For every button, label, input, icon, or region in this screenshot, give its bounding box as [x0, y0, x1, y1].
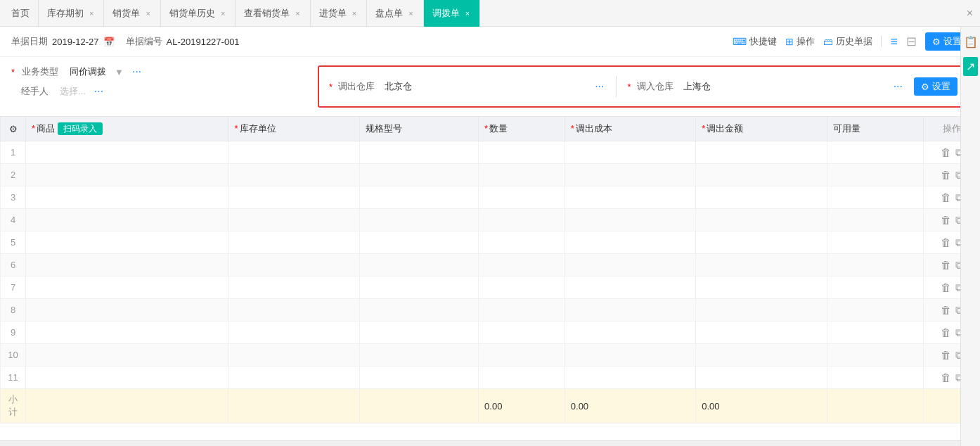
- row-7-amount[interactable]: [696, 276, 827, 299]
- row-8-available[interactable]: [827, 299, 923, 321]
- row-1-qty[interactable]: [479, 141, 565, 164]
- window-close-btn[interactable]: ×: [967, 7, 973, 20]
- row-9-spec[interactable]: [359, 321, 478, 344]
- row-7-available[interactable]: [827, 276, 923, 299]
- row-4-available[interactable]: [827, 209, 923, 231]
- row-8-amount[interactable]: [696, 299, 827, 321]
- delete-icon-9[interactable]: 🗑: [941, 326, 951, 338]
- row-4-unit[interactable]: [228, 209, 359, 231]
- operations-btn[interactable]: ⊞ 操作: [785, 35, 815, 48]
- row-9-qty[interactable]: [479, 321, 565, 344]
- row-6-unit[interactable]: [228, 254, 359, 276]
- row-7-qty[interactable]: [479, 276, 565, 299]
- col-gear[interactable]: ⚙: [1, 117, 26, 141]
- tab-sales-history-close[interactable]: ×: [219, 8, 226, 18]
- row-3-amount[interactable]: [696, 186, 827, 209]
- row-3-qty[interactable]: [479, 186, 565, 209]
- row-9-product[interactable]: [26, 321, 228, 344]
- row-9-amount[interactable]: [696, 321, 827, 344]
- delete-icon-11[interactable]: 🗑: [941, 371, 951, 383]
- row-10-product[interactable]: [26, 344, 228, 367]
- row-9-available[interactable]: [827, 321, 923, 344]
- handler-placeholder[interactable]: 选择...: [60, 85, 86, 98]
- layout-icon-grid[interactable]: ⊟: [906, 34, 917, 49]
- handler-more-icon[interactable]: ···: [94, 85, 103, 98]
- row-10-amount[interactable]: [696, 344, 827, 367]
- delete-icon-4[interactable]: 🗑: [941, 214, 951, 226]
- row-5-amount[interactable]: [696, 231, 827, 254]
- row-11-cost[interactable]: [565, 367, 695, 389]
- column-settings-icon[interactable]: ⚙: [9, 124, 18, 134]
- row-5-available[interactable]: [827, 231, 923, 254]
- row-10-available[interactable]: [827, 344, 923, 367]
- row-2-cost[interactable]: [565, 164, 695, 186]
- row-9-unit[interactable]: [228, 321, 359, 344]
- delete-icon-7[interactable]: 🗑: [941, 281, 951, 293]
- tab-inventory-check-close[interactable]: ×: [407, 8, 414, 18]
- row-5-product[interactable]: [26, 231, 228, 254]
- row-1-unit[interactable]: [228, 141, 359, 164]
- tab-sales-order[interactable]: 销货单 ×: [104, 0, 160, 27]
- row-5-spec[interactable]: [359, 231, 478, 254]
- shortcut-btn[interactable]: ⌨ 快捷键: [733, 35, 777, 48]
- tab-sales-history[interactable]: 销货单历史 ×: [161, 0, 236, 27]
- row-6-spec[interactable]: [359, 254, 478, 276]
- row-7-product[interactable]: [26, 276, 228, 299]
- tab-inventory-init[interactable]: 库存期初 ×: [39, 0, 104, 27]
- tab-home[interactable]: 首页: [3, 0, 39, 27]
- row-2-product[interactable]: [26, 164, 228, 186]
- business-type-value[interactable]: 同价调拨: [70, 65, 106, 78]
- delete-icon-6[interactable]: 🗑: [941, 259, 951, 271]
- row-10-unit[interactable]: [228, 344, 359, 367]
- row-2-spec[interactable]: [359, 164, 478, 186]
- row-7-unit[interactable]: [228, 276, 359, 299]
- business-type-more-icon[interactable]: ···: [132, 65, 141, 78]
- warehouse-out-value[interactable]: 北京仓: [385, 80, 412, 93]
- row-2-unit[interactable]: [228, 164, 359, 186]
- row-11-spec[interactable]: [359, 367, 478, 389]
- row-8-qty[interactable]: [479, 299, 565, 321]
- row-1-spec[interactable]: [359, 141, 478, 164]
- row-2-amount[interactable]: [696, 164, 827, 186]
- row-4-cost[interactable]: [565, 209, 695, 231]
- settings-panel-btn[interactable]: ⚙ 设置: [914, 77, 958, 96]
- delete-icon-10[interactable]: 🗑: [941, 349, 951, 361]
- row-5-qty[interactable]: [479, 231, 565, 254]
- row-11-unit[interactable]: [228, 367, 359, 389]
- tab-purchase-order[interactable]: 进货单 ×: [311, 0, 367, 27]
- row-8-cost[interactable]: [565, 299, 695, 321]
- row-9-cost[interactable]: [565, 321, 695, 344]
- row-4-qty[interactable]: [479, 209, 565, 231]
- calendar-icon[interactable]: 📅: [103, 37, 115, 47]
- scan-entry-btn[interactable]: 扫码录入: [58, 122, 103, 135]
- row-4-product[interactable]: [26, 209, 228, 231]
- tab-transfer-order[interactable]: 调拨单 ×: [424, 0, 480, 27]
- row-1-amount[interactable]: [696, 141, 827, 164]
- delete-icon-2[interactable]: 🗑: [941, 169, 951, 181]
- row-3-available[interactable]: [827, 186, 923, 209]
- row-10-qty[interactable]: [479, 344, 565, 367]
- row-8-unit[interactable]: [228, 299, 359, 321]
- row-4-spec[interactable]: [359, 209, 478, 231]
- tab-sales-order-close[interactable]: ×: [144, 8, 151, 18]
- row-11-product[interactable]: [26, 367, 228, 389]
- row-10-cost[interactable]: [565, 344, 695, 367]
- row-4-amount[interactable]: [696, 209, 827, 231]
- row-1-product[interactable]: [26, 141, 228, 164]
- row-10-spec[interactable]: [359, 344, 478, 367]
- row-5-cost[interactable]: [565, 231, 695, 254]
- sidebar-expand-icon[interactable]: ↗: [963, 57, 978, 76]
- row-6-product[interactable]: [26, 254, 228, 276]
- row-6-available[interactable]: [827, 254, 923, 276]
- horizontal-scrollbar[interactable]: [0, 440, 980, 446]
- row-6-qty[interactable]: [479, 254, 565, 276]
- row-11-amount[interactable]: [696, 367, 827, 389]
- delete-icon-1[interactable]: 🗑: [941, 146, 951, 158]
- row-3-cost[interactable]: [565, 186, 695, 209]
- tab-view-sales-close[interactable]: ×: [294, 8, 301, 18]
- row-1-cost[interactable]: [565, 141, 695, 164]
- row-8-product[interactable]: [26, 299, 228, 321]
- tab-inventory-init-close[interactable]: ×: [88, 8, 95, 18]
- row-11-qty[interactable]: [479, 367, 565, 389]
- row-7-cost[interactable]: [565, 276, 695, 299]
